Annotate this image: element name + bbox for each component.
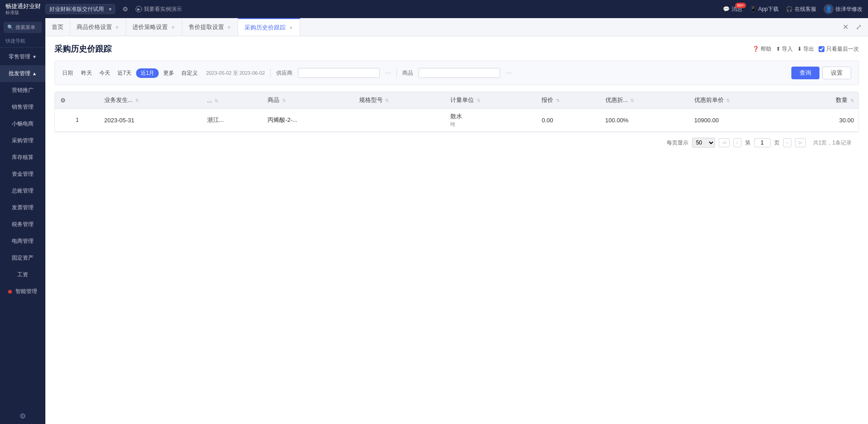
sidebar-divider-1 bbox=[0, 47, 45, 48]
cell-product: 丙烯酸-2-... bbox=[263, 109, 355, 132]
pag-last-btn[interactable]: ⊳ bbox=[795, 138, 806, 147]
sidebar-item-purchase[interactable]: 采购管理 bbox=[0, 132, 45, 149]
sidebar-item-assets[interactable]: 固定资产 bbox=[0, 250, 45, 266]
col-unit[interactable]: 计量单位 ⇅ bbox=[446, 92, 537, 109]
last-only-checkbox[interactable]: 只看最后一次 bbox=[819, 45, 859, 53]
product-input[interactable] bbox=[419, 68, 500, 78]
pag-first-btn[interactable]: ⊲ bbox=[719, 138, 730, 147]
filter-actions: 查询 设置 bbox=[791, 67, 851, 79]
sidebar-item-wholesale[interactable]: 批发管理 ▲ bbox=[0, 65, 45, 82]
date-btn-yesterday[interactable]: 昨天 bbox=[78, 68, 95, 78]
sidebar-item-finance[interactable]: 资金管理 bbox=[0, 166, 45, 183]
col-spec[interactable]: 规格型号 ⇅ bbox=[355, 92, 446, 109]
sidebar-item-smart[interactable]: 智能管理 bbox=[0, 283, 45, 300]
import-btn[interactable]: ⬆ 导入 bbox=[776, 45, 793, 53]
col-num bbox=[71, 92, 100, 109]
headset-icon: 🎧 bbox=[786, 6, 793, 12]
tab-history-label: 采购历史价跟踪 bbox=[244, 24, 286, 32]
page-header: 采购历史价跟踪 ❓ 帮助 ⬆ 导入 ⬇ 导出 bbox=[54, 43, 859, 54]
query-btn[interactable]: 查询 bbox=[791, 67, 819, 79]
pag-page-suffix: 页 bbox=[774, 139, 780, 147]
version-selector[interactable]: 好业财标准版交付试用 ▼ bbox=[45, 4, 115, 14]
table-row: 1 2023-05-31 浙江... 丙烯酸-2-... 散水吨 0.00 10… bbox=[55, 109, 858, 132]
col-product[interactable]: 商品 ⇅ bbox=[263, 92, 355, 109]
col-qty[interactable]: 数量 ⇅ bbox=[795, 92, 858, 109]
settings-btn[interactable]: 设置 bbox=[822, 67, 851, 79]
tabs-bar: 首页 商品价格设置 × 进价策略设置 × 售价提取设置 × 采购历史价跟踪 × … bbox=[45, 18, 868, 36]
sidebar-item-retail[interactable]: 零售管理 ▼ bbox=[0, 48, 45, 65]
tab-sellprice-close[interactable]: × bbox=[227, 24, 231, 30]
app-download-btn[interactable]: 📱 App下载 bbox=[750, 5, 779, 13]
page-title: 采购历史价跟踪 bbox=[54, 43, 112, 54]
sidebar-item-payroll[interactable]: 工资 bbox=[0, 266, 45, 283]
tab-history[interactable]: 采购历史价跟踪 × bbox=[238, 18, 300, 36]
demo-link[interactable]: ▶ 我要看实例演示 bbox=[136, 5, 182, 13]
cell-spec bbox=[355, 109, 446, 132]
last-only-input[interactable] bbox=[819, 46, 824, 52]
sidebar-item-accounting[interactable]: 总账管理 bbox=[0, 183, 45, 199]
tab-price-close[interactable]: × bbox=[115, 24, 119, 30]
sort-icon-product: ⇅ bbox=[282, 98, 286, 103]
date-btn-1month[interactable]: 近1月 bbox=[136, 68, 159, 78]
tab-price[interactable]: 商品价格设置 × bbox=[70, 18, 126, 36]
tab-strategy-label: 进价策略设置 bbox=[132, 23, 168, 31]
date-btn-more[interactable]: 更多 bbox=[161, 68, 177, 78]
sort-icon-quote: ⇅ bbox=[556, 98, 560, 103]
pag-page-input[interactable] bbox=[754, 138, 770, 147]
sidebar-item-invoice[interactable]: 发票管理 bbox=[0, 199, 45, 216]
online-service-btn[interactable]: 🎧 在线客服 bbox=[786, 5, 816, 13]
sidebar-item-inventory[interactable]: 库存核算 bbox=[0, 149, 45, 166]
help-label: 帮助 bbox=[761, 45, 771, 53]
chevron-icon-wholesale: ▲ bbox=[32, 71, 37, 76]
tab-history-close[interactable]: × bbox=[288, 24, 293, 31]
sort-icon-spec: ⇅ bbox=[385, 98, 389, 103]
export-btn[interactable]: ⬇ 导出 bbox=[797, 45, 814, 53]
demo-circle-icon: ▶ bbox=[136, 6, 142, 12]
sidebar-item-ecommerce-small[interactable]: 小畅电商 bbox=[0, 116, 45, 132]
tab-home-label: 首页 bbox=[52, 23, 63, 31]
sidebar-item-marketing[interactable]: 营销推广 bbox=[0, 82, 45, 99]
sidebar-item-ecommerce[interactable]: 电商管理 bbox=[0, 233, 45, 250]
search-menu-area[interactable]: 🔍 搜索菜单 bbox=[0, 18, 45, 35]
date-btn-today[interactable]: 今天 bbox=[97, 68, 113, 78]
pag-next-btn[interactable]: › bbox=[783, 138, 791, 147]
sort-icon-date: ⇅ bbox=[135, 98, 139, 103]
col-pre-discount-price[interactable]: 优惠前单价 ⇅ bbox=[690, 92, 795, 109]
tab-strategy-close[interactable]: × bbox=[171, 24, 175, 30]
sidebar-bottom: ⚙ bbox=[0, 408, 45, 424]
sidebar-item-label-smart: 智能管理 bbox=[15, 288, 37, 295]
tab-sellprice[interactable]: 售价提取设置 × bbox=[182, 18, 238, 36]
col-discount[interactable]: 优惠折... ⇅ bbox=[601, 92, 690, 109]
message-btn[interactable]: 💬 消息 99+ bbox=[723, 5, 742, 13]
pag-prev-btn[interactable]: ‹ bbox=[733, 138, 741, 147]
product-dots[interactable]: ··· bbox=[506, 69, 512, 77]
col-date[interactable]: 业务发生... ⇅ bbox=[100, 92, 203, 109]
date-btn-custom[interactable]: 自定义 bbox=[179, 68, 200, 78]
sidebar-item-tax[interactable]: 税务管理 bbox=[0, 216, 45, 233]
date-btn-7days[interactable]: 近7天 bbox=[115, 68, 134, 78]
tab-close-btn[interactable]: ✕ bbox=[840, 22, 851, 32]
date-filter-buttons: 昨天 今天 近7天 近1月 更多 自定义 bbox=[78, 68, 200, 78]
page-content: 采购历史价跟踪 ❓ 帮助 ⬆ 导入 ⬇ 导出 bbox=[45, 36, 868, 424]
per-page-select[interactable]: 50 10 20 100 bbox=[692, 138, 715, 148]
user-menu[interactable]: 👤 徐泽华修改 bbox=[824, 4, 863, 14]
version-select[interactable]: 好业财标准版交付试用 bbox=[45, 4, 115, 14]
help-icon: ❓ bbox=[752, 46, 759, 52]
col-quote[interactable]: 报价 ⇅ bbox=[537, 92, 600, 109]
sidebar-item-label-ecommerce: 电商管理 bbox=[12, 237, 34, 245]
col-gear[interactable]: ⚙ bbox=[55, 92, 71, 109]
sidebar-gear-icon[interactable]: ⚙ bbox=[20, 412, 26, 420]
tab-home[interactable]: 首页 bbox=[45, 18, 70, 36]
search-menu-box[interactable]: 🔍 搜索菜单 bbox=[4, 22, 42, 33]
settings-gear-icon[interactable]: ⚙ bbox=[120, 5, 131, 14]
app-subtitle: 标准版 bbox=[5, 10, 41, 15]
cell-discount: 100.00% bbox=[601, 109, 690, 132]
col-dots[interactable]: ... ⇅ bbox=[203, 92, 263, 109]
sidebar-item-sales[interactable]: 销售管理 bbox=[0, 99, 45, 116]
tab-maximize-btn[interactable]: ⤢ bbox=[853, 22, 864, 32]
sidebar-item-label-assets: 固定资产 bbox=[12, 254, 34, 262]
tab-strategy[interactable]: 进价策略设置 × bbox=[126, 18, 182, 36]
supplier-dots[interactable]: ··· bbox=[385, 69, 391, 77]
help-btn[interactable]: ❓ 帮助 bbox=[752, 45, 771, 53]
supplier-input[interactable] bbox=[298, 68, 380, 78]
